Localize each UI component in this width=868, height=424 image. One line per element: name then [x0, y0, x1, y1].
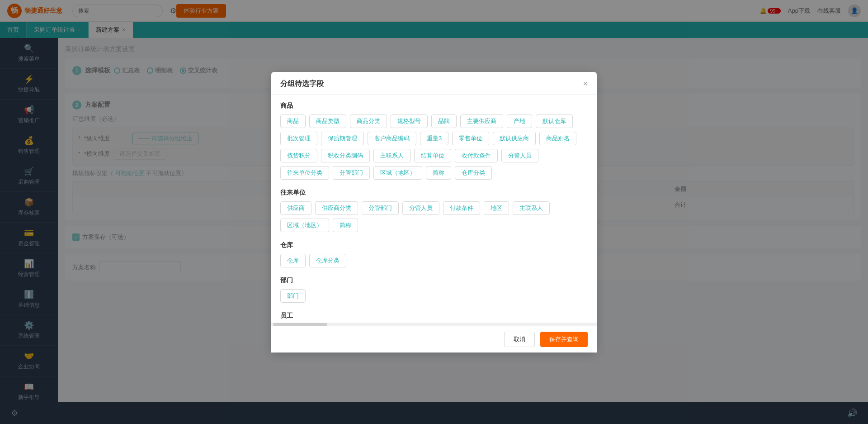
- modal-cancel-btn[interactable]: 取消: [504, 332, 535, 347]
- modal-close-btn[interactable]: ×: [583, 79, 588, 89]
- chip-product-2[interactable]: 商品分类: [350, 114, 387, 128]
- chip-product-9[interactable]: 保质期管理: [321, 132, 364, 145]
- chip-product-8[interactable]: 批次管理: [280, 132, 317, 145]
- field-group-partner: 往来单位 供应商 供应商分类 分管部门 分管人员 付款条件 地区 主联系人 区域…: [280, 189, 588, 232]
- field-group-department: 部门 部门: [280, 276, 588, 303]
- chip-partner-8[interactable]: 简称: [333, 219, 358, 232]
- field-chips-product: 商品 商品类型 商品分类 规格型号 品牌 主要供应商 产地 默认仓库 批次管理 …: [280, 114, 588, 180]
- chip-partner-1[interactable]: 供应商分类: [315, 201, 358, 215]
- chip-product-0[interactable]: 商品: [280, 114, 306, 128]
- field-group-employee-title: 员工: [280, 312, 588, 320]
- chip-product-21[interactable]: 往来单位分类: [280, 166, 329, 180]
- chip-product-18[interactable]: 结算单位: [414, 149, 451, 162]
- field-group-warehouse: 仓库 仓库 仓库分类: [280, 241, 588, 267]
- chip-product-5[interactable]: 主要供应商: [460, 114, 503, 128]
- chip-product-20[interactable]: 分管人员: [501, 149, 538, 162]
- chip-product-7[interactable]: 默认仓库: [536, 114, 573, 128]
- chip-product-1[interactable]: 商品类型: [309, 114, 346, 128]
- chip-product-6[interactable]: 产地: [507, 114, 532, 128]
- chip-product-22[interactable]: 分管部门: [333, 166, 370, 180]
- field-select-modal: 分组待选字段 × 商品 商品 商品类型 商品分类 规格型号 品牌 主要供应商 产…: [271, 72, 597, 353]
- chip-product-12[interactable]: 零售单位: [452, 132, 489, 145]
- field-chips-department: 部门: [280, 289, 588, 303]
- chip-warehouse-1[interactable]: 仓库分类: [309, 254, 346, 267]
- chip-product-23[interactable]: 区域（地区）: [373, 166, 422, 180]
- field-group-employee: 员工 业务员: [280, 312, 588, 323]
- chip-product-19[interactable]: 收付款条件: [455, 149, 498, 162]
- modal-overlay: 分组待选字段 × 商品 商品 商品类型 商品分类 规格型号 品牌 主要供应商 产…: [0, 0, 868, 424]
- modal-confirm-btn[interactable]: 保存并查询: [540, 332, 588, 347]
- chip-partner-6[interactable]: 主联系人: [513, 201, 550, 215]
- chip-product-24[interactable]: 简称: [426, 166, 451, 180]
- chip-partner-5[interactable]: 地区: [484, 201, 509, 215]
- chip-warehouse-0[interactable]: 仓库: [280, 254, 306, 267]
- chip-product-14[interactable]: 商品别名: [539, 132, 576, 145]
- chip-product-17[interactable]: 主联系人: [373, 149, 410, 162]
- chip-partner-3[interactable]: 分管人员: [402, 201, 439, 215]
- chip-department-0[interactable]: 部门: [280, 289, 306, 303]
- chip-product-25[interactable]: 仓库分类: [455, 166, 492, 180]
- modal-header: 分组待选字段 ×: [271, 72, 597, 95]
- chip-product-10[interactable]: 客户商品编码: [368, 132, 416, 145]
- modal-body: 商品 商品 商品类型 商品分类 规格型号 品牌 主要供应商 产地 默认仓库 批次…: [271, 95, 597, 323]
- field-group-partner-title: 往来单位: [280, 189, 588, 197]
- chip-partner-4[interactable]: 付款条件: [443, 201, 480, 215]
- chip-product-11[interactable]: 重量3: [420, 132, 448, 145]
- chip-partner-7[interactable]: 区域（地区）: [280, 219, 329, 232]
- field-group-product: 商品 商品 商品类型 商品分类 规格型号 品牌 主要供应商 产地 默认仓库 批次…: [280, 102, 588, 180]
- modal-footer: 取消 保存并查询: [271, 326, 597, 353]
- modal-hscrollbar[interactable]: [271, 323, 597, 326]
- chip-partner-2[interactable]: 分管部门: [362, 201, 399, 215]
- chip-product-15[interactable]: 拣货积分: [280, 149, 317, 162]
- chip-partner-0[interactable]: 供应商: [280, 201, 311, 215]
- chip-product-3[interactable]: 规格型号: [391, 114, 428, 128]
- field-group-warehouse-title: 仓库: [280, 241, 588, 249]
- field-chips-warehouse: 仓库 仓库分类: [280, 254, 588, 267]
- chip-product-13[interactable]: 默认供应商: [493, 132, 536, 145]
- field-chips-partner: 供应商 供应商分类 分管部门 分管人员 付款条件 地区 主联系人 区域（地区） …: [280, 201, 588, 232]
- chip-product-16[interactable]: 税收分类编码: [321, 149, 370, 162]
- field-group-department-title: 部门: [280, 276, 588, 285]
- modal-title: 分组待选字段: [280, 79, 324, 89]
- chip-product-4[interactable]: 品牌: [431, 114, 457, 128]
- field-group-product-title: 商品: [280, 102, 588, 110]
